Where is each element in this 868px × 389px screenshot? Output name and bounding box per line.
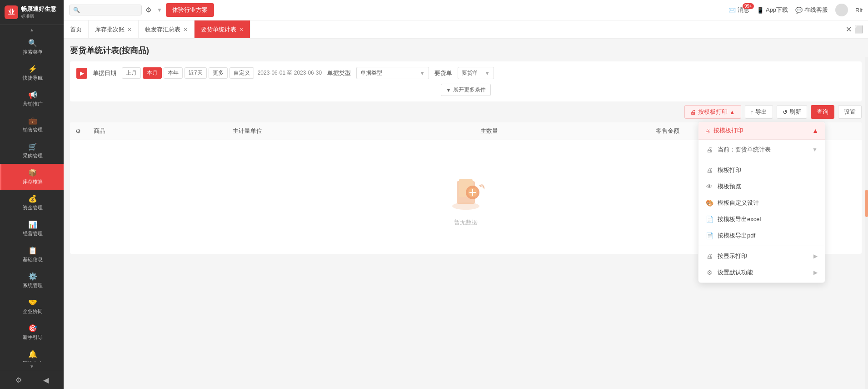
- query-btn[interactable]: 查询: [811, 105, 834, 119]
- filter-row-1: ▶ 单据日期 上月 本月 本年 近7天 更多 自定义 2023-06-01 至 …: [76, 67, 855, 79]
- sidebar-item-quick-nav[interactable]: ⚡ 快捷导航: [0, 60, 64, 86]
- tab-receipt-summary[interactable]: 收发存汇总表 ✕: [139, 20, 195, 38]
- dropdown-template-custom[interactable]: 🎨 模板自定义设计: [698, 195, 825, 211]
- tab-batch-account-label: 库存批次账: [95, 25, 125, 34]
- topbar-gear-icon[interactable]: ⚙: [145, 6, 151, 14]
- dropdown-template-preview[interactable]: 👁 模板预览: [698, 178, 825, 195]
- print-icon: 🖨: [690, 109, 696, 116]
- tab-order-stats[interactable]: 要货单统计表 ✕: [195, 20, 250, 38]
- app-center-icon: 🔔: [28, 350, 37, 359]
- collab-icon: 🤝: [28, 298, 37, 307]
- filter-collapse-btn[interactable]: ▶: [76, 68, 87, 79]
- table-col-settings[interactable]: ⚙: [70, 122, 88, 140]
- export-btn[interactable]: ↑ 导出: [745, 105, 773, 119]
- tab-batch-account-close[interactable]: ✕: [127, 26, 132, 33]
- tabs-bar: 首页 库存批次账 ✕ 收发存汇总表 ✕ 要货单统计表 ✕ ✕ ⬜: [64, 20, 868, 39]
- display-print-label: 按显示打印: [718, 252, 747, 260]
- sidebar-item-finance[interactable]: 💰 资金管理: [0, 190, 64, 216]
- date-range-text: 2023-06-01 至 2023-06-30: [258, 69, 322, 77]
- print-template-btn[interactable]: 🖨 按模板打印 ▲: [684, 105, 741, 119]
- set-default-arrow: ▶: [813, 269, 818, 276]
- print-dropdown-title: 按模板打印: [713, 126, 743, 135]
- dropdown-template-print[interactable]: 🖨 模板打印: [698, 162, 825, 178]
- window-close-icon[interactable]: ✕: [846, 25, 852, 34]
- print-dropdown-chevron-up[interactable]: ▲: [812, 127, 818, 134]
- settings-bottom-icon[interactable]: ⚙: [15, 376, 22, 384]
- window-maximize-icon[interactable]: ⬜: [854, 25, 863, 34]
- message-icon: ✉️: [728, 7, 736, 14]
- sidebar-item-purchase[interactable]: 🛒 采购管理: [0, 138, 64, 164]
- settings-btn[interactable]: 设置: [838, 105, 862, 119]
- sidebar-item-app-center[interactable]: 🔔 应用中心: [0, 345, 64, 362]
- template-print-label: 模板打印: [718, 166, 741, 174]
- dropdown-current-item[interactable]: 🖨 当前：要货单统计表 ▼: [698, 141, 825, 158]
- dropdown-export-excel[interactable]: 📄 按模板导出excel: [698, 211, 825, 227]
- sidebar-item-system[interactable]: ⚙️ 系统管理: [0, 268, 64, 293]
- doc-type-select[interactable]: 单据类型 ▼: [356, 67, 429, 79]
- tab-batch-account[interactable]: 库存批次账 ✕: [89, 20, 139, 38]
- date-btn-more[interactable]: 更多: [209, 67, 228, 79]
- app-download-label: App下载: [766, 6, 788, 14]
- topbar-search[interactable]: 🔍: [69, 5, 142, 15]
- expand-label: 展开更多条件: [453, 86, 486, 94]
- main-area: 🔍 ⚙ ▼ 体验行业方案 ✉️ 消息 99+ 📱 App下载 💬 在线客服 Ri…: [64, 0, 868, 389]
- sales-icon: 💼: [28, 116, 37, 125]
- industry-btn[interactable]: 体验行业方案: [166, 3, 214, 17]
- right-scrollbar[interactable]: [865, 57, 868, 389]
- user-avatar[interactable]: [835, 4, 848, 16]
- date-btn-custom[interactable]: 自定义: [229, 67, 254, 79]
- dropdown-display-print[interactable]: 🖨 按显示打印 ▶: [698, 248, 825, 264]
- dropdown-set-default[interactable]: ⚙ 设置默认功能 ▶: [698, 264, 825, 281]
- sidebar-item-search[interactable]: 🔍 搜索菜单: [0, 34, 64, 60]
- refresh-label: 刷新: [789, 108, 801, 116]
- sidebar-item-operations[interactable]: 📊 经营管理: [0, 216, 64, 242]
- print-dropdown-controls: ▲: [812, 127, 818, 134]
- filter-card: ▶ 单据日期 上月 本月 本年 近7天 更多 自定义 2023-06-01 至 …: [70, 61, 862, 101]
- sidebar-item-label-purchase: 采购管理: [23, 152, 43, 159]
- current-item-icon: 🖨: [706, 146, 713, 153]
- date-btn-last7[interactable]: 近7天: [185, 67, 207, 79]
- message-btn[interactable]: ✉️ 消息 99+: [728, 6, 749, 14]
- date-btn-prev-month[interactable]: 上月: [122, 67, 141, 79]
- date-btn-current-year[interactable]: 本年: [164, 67, 183, 79]
- refresh-btn[interactable]: ↺ 刷新: [777, 105, 807, 119]
- tab-receipt-summary-label: 收发存汇总表: [145, 25, 180, 34]
- tab-home[interactable]: 首页: [64, 20, 89, 38]
- sidebar-scroll-down[interactable]: ▼: [0, 362, 64, 371]
- purchase-icon: 🛒: [28, 142, 37, 151]
- export-pdf-label: 按模板导出pdf: [718, 232, 755, 240]
- sidebar-item-collab[interactable]: 🤝 企业协同: [0, 293, 64, 319]
- sidebar-item-marketing[interactable]: 📢 营销推广: [0, 86, 64, 112]
- sidebar-scroll-up[interactable]: ▲: [0, 25, 64, 34]
- app-download-btn[interactable]: 📱 App下载: [757, 6, 788, 14]
- sidebar-item-inventory[interactable]: 📦 库存核算: [0, 164, 64, 190]
- right-scrollbar-thumb: [865, 190, 868, 217]
- sidebar-item-label-search: 搜索菜单: [23, 49, 43, 56]
- current-item-label: 当前：要货单统计表: [718, 146, 771, 154]
- print-dropdown-icon: 🖨: [705, 127, 711, 134]
- tab-receipt-summary-close[interactable]: ✕: [183, 26, 188, 33]
- template-preview-icon: 👁: [706, 183, 713, 190]
- sidebar-item-guide[interactable]: 🎯 新手引导: [0, 319, 64, 345]
- app-logo-icon: 业: [5, 5, 18, 19]
- sidebar-item-basic-info[interactable]: 📋 基础信息: [0, 242, 64, 268]
- collapse-sidebar-icon[interactable]: ◀: [43, 376, 49, 384]
- basic-info-icon: 📋: [28, 246, 37, 255]
- tab-order-stats-close[interactable]: ✕: [239, 26, 244, 33]
- doc-type-value: 单据类型: [360, 69, 382, 77]
- order-status-select[interactable]: 要货单 ▼: [458, 67, 494, 79]
- query-label: 查询: [817, 108, 828, 116]
- online-service-btn[interactable]: 💬 在线客服: [795, 6, 828, 14]
- sidebar-item-sales[interactable]: 💼 销售管理: [0, 112, 64, 138]
- operations-icon: 📊: [28, 220, 37, 229]
- expand-conditions-btn[interactable]: ▼ 展开更多条件: [441, 84, 491, 96]
- sidebar-bottom: ⚙ ◀: [0, 371, 64, 389]
- app-download-icon: 📱: [757, 7, 764, 14]
- dropdown-export-pdf[interactable]: 📄 按模板导出pdf: [698, 227, 825, 244]
- sidebar-nav: 🔍 搜索菜单 ⚡ 快捷导航 📢 营销推广 💼 销售管理 🛒 采购管理 📦 库存核…: [0, 34, 64, 362]
- date-btn-current-month[interactable]: 本月: [143, 67, 162, 79]
- page-title: 要货单统计表(按商品): [70, 45, 862, 56]
- inventory-icon: 📦: [28, 168, 37, 177]
- empty-state-text: 暂无数据: [454, 218, 478, 227]
- marketing-icon: 📢: [28, 91, 37, 99]
